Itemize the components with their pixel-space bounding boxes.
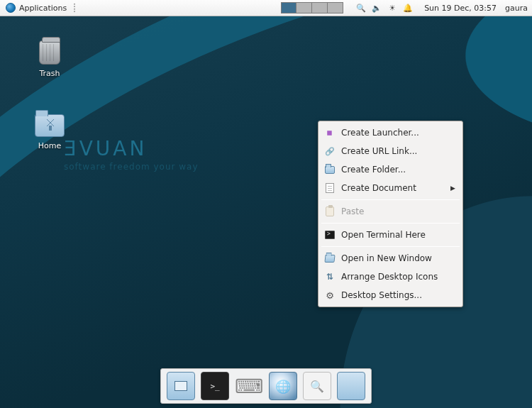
weather-icon[interactable]: ☀ [387, 3, 397, 13]
menu-item-label: Arrange Desktop Icons [341, 272, 438, 282]
launcher-icon [322, 125, 338, 141]
clock[interactable]: Sun 19 Dec, 03:57 [419, 4, 502, 13]
menu-create-url-link[interactable]: Create URL Link... [318, 142, 462, 160]
trash-icon [39, 40, 60, 65]
dock [160, 368, 372, 404]
submenu-arrow-icon: ▶ [450, 184, 455, 192]
brand-tagline: software freedom your way [64, 162, 199, 172]
applications-menu-label: Applications [19, 4, 67, 13]
menu-open-terminal[interactable]: Open Terminal Here [318, 226, 462, 244]
paste-icon [326, 206, 334, 216]
menu-open-new-window[interactable]: Open in New Window [318, 249, 462, 268]
workspace-1[interactable] [281, 2, 297, 13]
workspace-switcher[interactable] [281, 2, 343, 13]
menu-arrange-icons[interactable]: Arrange Desktop Icons [318, 268, 462, 286]
dock-folder[interactable] [337, 372, 365, 400]
user-menu[interactable]: gaura [502, 4, 532, 13]
menu-item-label: Create Document [341, 183, 416, 193]
wallpaper-brand: ƎVUAN software freedom your way [64, 137, 199, 172]
url-link-icon [324, 145, 336, 157]
workspace-4[interactable] [328, 2, 343, 13]
workspace-2[interactable] [297, 2, 312, 13]
settings-icon [324, 290, 336, 301]
terminal-icon [325, 231, 335, 239]
dock-web-browser[interactable] [269, 372, 297, 400]
desktop[interactable]: Trash Home ƎVUAN software freedom your w… [0, 16, 532, 408]
dock-file-manager[interactable] [167, 372, 195, 400]
menu-item-label: Open Terminal Here [341, 230, 426, 240]
menu-item-label: Open in New Window [341, 253, 432, 263]
menu-separator [321, 199, 460, 200]
home-folder-icon [35, 114, 65, 137]
menu-item-label: Desktop Settings... [341, 290, 422, 300]
desktop-context-menu: Create Launcher... Create URL Link... Cr… [318, 121, 463, 307]
search-icon[interactable]: 🔍 [356, 3, 366, 13]
menu-item-label: Create Folder... [341, 165, 406, 175]
panel-handle-icon[interactable] [73, 3, 76, 13]
brand-name: ƎVUAN [64, 137, 199, 160]
folder-open-icon [324, 255, 335, 263]
menu-separator [321, 223, 460, 224]
arrange-icon [324, 271, 336, 282]
document-icon [326, 183, 334, 193]
notification-icon[interactable]: 🔔 [403, 3, 413, 13]
applications-menu[interactable]: Applications [0, 0, 82, 16]
top-panel: Applications 🔍 🔈 ☀ 🔔 Sun 19 Dec, 03:57 g… [0, 0, 532, 16]
dock-keyboard[interactable] [235, 372, 263, 400]
volume-icon[interactable]: 🔈 [372, 3, 382, 13]
dock-terminal[interactable] [201, 372, 229, 400]
menu-separator [321, 246, 460, 247]
desktop-icon-label: Trash [24, 69, 75, 78]
folder-icon [325, 166, 335, 174]
menu-item-label: Create Launcher... [341, 128, 419, 138]
menu-create-launcher[interactable]: Create Launcher... [318, 123, 462, 142]
workspace-3[interactable] [312, 2, 328, 13]
dock-search[interactable] [303, 372, 331, 400]
desktop-icon-trash[interactable]: Trash [24, 38, 75, 78]
menu-paste: Paste [318, 202, 462, 221]
menu-item-label: Paste [341, 206, 364, 216]
distro-logo-icon [6, 3, 16, 13]
menu-desktop-settings[interactable]: Desktop Settings... [318, 286, 462, 304]
menu-item-label: Create URL Link... [341, 146, 417, 156]
menu-create-document[interactable]: Create Document ▶ [318, 179, 462, 197]
system-tray: 🔍 🔈 ☀ 🔔 [350, 3, 419, 13]
menu-create-folder[interactable]: Create Folder... [318, 160, 462, 179]
